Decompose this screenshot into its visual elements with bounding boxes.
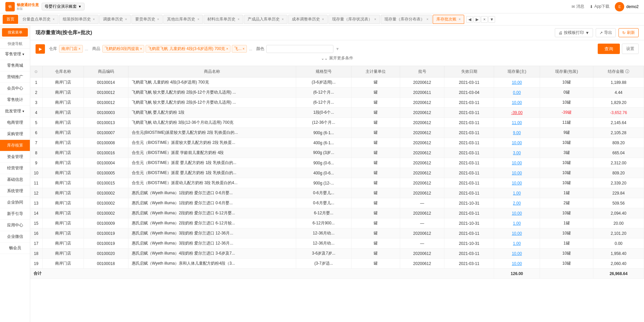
cell-qty[interactable]: 0.00 xyxy=(494,88,540,98)
cell-unit: 罐 xyxy=(351,178,400,188)
tab-home[interactable]: 首页 xyxy=(3,15,18,24)
remove-warehouse-tag[interactable]: × xyxy=(78,47,80,51)
sidebar-item-retail-mgmt[interactable]: 零售管理 ▼ xyxy=(0,49,30,60)
cell-name: 惠氏启赋（Wyeth illuma）亲和人体儿童配方奶粉4段（3... xyxy=(128,259,296,269)
query-btn[interactable]: 查询 xyxy=(598,44,620,54)
sidebar-item-wechat[interactable]: 企业微信 xyxy=(0,231,30,243)
messages-btn[interactable]: ✉ 消息 xyxy=(572,4,584,9)
sidebar-item-marketing[interactable]: 营销推广 xyxy=(0,71,30,83)
cell-qty[interactable]: 10.00 xyxy=(494,98,540,108)
col-warehouse: 仓库名称 xyxy=(42,66,84,77)
cell-qty[interactable]: 10.00 xyxy=(494,158,540,168)
nav-right-arrow[interactable]: ▶ xyxy=(474,16,480,23)
warehouse-more[interactable]: ... xyxy=(85,47,88,51)
user-area[interactable]: E demo2 xyxy=(615,2,639,11)
sidebar-item-app-center[interactable]: 应用中心 xyxy=(0,220,30,231)
cell-qty[interactable]: 10.00 xyxy=(494,208,540,218)
expand-more-conditions[interactable]: ⌄⌄ 展开更多条件 xyxy=(36,54,639,62)
sidebar-item-purchase[interactable]: 采购管理 xyxy=(0,128,30,140)
sidebar-item-vip[interactable]: 畅会员 xyxy=(0,243,30,254)
close-icon[interactable]: × xyxy=(125,17,127,21)
cell-qty[interactable]: 2.00 xyxy=(494,198,540,208)
close-icon[interactable]: × xyxy=(197,17,199,21)
sidebar-item-wholesale[interactable]: 批发管理 ▼ xyxy=(0,106,30,117)
cell-qty[interactable]: 1.00 xyxy=(494,188,540,198)
close-icon[interactable]: × xyxy=(157,17,159,21)
cell-qty[interactable]: 10.00 xyxy=(494,168,540,178)
cell-qty[interactable]: 10.00 xyxy=(494,249,540,259)
tab-chengben[interactable]: 成本调整单历史 × xyxy=(288,15,328,24)
color-input[interactable] xyxy=(266,45,333,53)
sidebar-item-retail-stats[interactable]: 零售统计 xyxy=(0,94,30,106)
message-icon: ✉ xyxy=(572,4,575,9)
product-more[interactable]: ... xyxy=(249,47,252,51)
cell-qty[interactable]: 10.00 xyxy=(494,259,540,269)
sidebar-item-retail-shop[interactable]: 零售商城 xyxy=(0,60,30,71)
cell-expiry: 2021-03-11 xyxy=(444,188,494,198)
sidebar-item-finance[interactable]: 资金管理 xyxy=(0,151,30,163)
close-icon[interactable]: × xyxy=(282,17,284,21)
search-menu-btn[interactable]: 搜索菜单 xyxy=(2,28,28,37)
tab-selector[interactable]: 母婴行业演示账套 ▼ xyxy=(42,3,85,10)
cell-code: 00100008 xyxy=(84,138,128,148)
settings-icon[interactable]: ⚙ xyxy=(34,69,38,74)
cell-qty[interactable]: 1.00 xyxy=(494,218,540,228)
cell-amount: 1,829.20 xyxy=(593,98,644,108)
top-bar-right: ✉ 消息 ⬇ App下载 E demo2 xyxy=(572,2,639,11)
cell-batch: 20200612 xyxy=(400,158,444,168)
cell-qty[interactable]: 3.00 xyxy=(494,148,540,158)
cell-qty[interactable]: 10.00 xyxy=(494,228,540,238)
cell-expiry: 2021-03-11 xyxy=(444,168,494,178)
sidebar-item-basics[interactable]: 基础信息 xyxy=(0,174,30,185)
cell-qty[interactable]: 1.00 xyxy=(494,238,540,249)
close-icon[interactable]: × xyxy=(93,17,95,21)
cell-qty[interactable]: -39.00 xyxy=(494,108,540,118)
cell-qty-pkg: 10罐 xyxy=(540,249,593,259)
close-icon[interactable]: × xyxy=(427,17,429,21)
print-btn[interactable]: 🖨 按模板打印 ▼ xyxy=(555,28,593,37)
tab-xiancunzhuang[interactable]: 现存量（库存状况表） × xyxy=(328,15,380,24)
cell-code: 00100013 xyxy=(84,118,128,128)
table-row: 8 南岸门店 00100016 合生元（BIOSTIME）派星 学龄前儿童配方奶… xyxy=(30,148,644,158)
remove-product-tag-3[interactable]: × xyxy=(243,47,245,51)
remove-product-tag-2[interactable]: × xyxy=(226,47,228,51)
tab-qitachu[interactable]: 其他出库单历史 × xyxy=(163,15,203,24)
sidebar-item-ecommerce[interactable]: 电商管理 xyxy=(0,117,30,128)
sidebar-item-members[interactable]: 会员中心 xyxy=(0,83,30,94)
tab-fenliang[interactable]: 分量盘点单历史 × xyxy=(19,15,58,24)
close-icon[interactable]: × xyxy=(322,17,324,21)
cell-expiry: 2021-10-31 xyxy=(444,218,494,228)
close-icon[interactable]: × xyxy=(459,17,461,21)
cell-qty[interactable]: 11.00 xyxy=(494,118,540,128)
cell-qty[interactable]: 9.00 xyxy=(494,128,540,138)
tab-chancheng[interactable]: 产成品入库单历史 × xyxy=(244,15,287,24)
tab-diaob[interactable]: 调拨单历史 × xyxy=(99,15,131,24)
cell-qty[interactable]: 10.00 xyxy=(494,138,540,148)
app-download-btn[interactable]: ⬇ App下载 xyxy=(590,4,609,9)
sidebar-item-guide[interactable]: 新手引导 xyxy=(0,208,30,220)
filter-expand-btn[interactable]: ▶ xyxy=(36,44,45,54)
settings-btn[interactable]: 设置 xyxy=(622,44,639,54)
export-btn[interactable]: ↗ 导出 xyxy=(596,28,616,37)
product-tag-3: 飞... × xyxy=(232,45,247,53)
refresh-btn[interactable]: ↻ 刷新 xyxy=(619,28,639,37)
content-area: 现存量查询(按仓库+批次) 🖨 按模板打印 ▼ ↗ 导出 ↻ 刷新 xyxy=(30,25,644,322)
sidebar-item-operations[interactable]: 经营管理 xyxy=(0,163,30,174)
sidebar-item-system[interactable]: 系统管理 xyxy=(0,185,30,197)
nav-left-arrow[interactable]: ◀ xyxy=(466,16,473,23)
close-icon[interactable]: × xyxy=(53,17,55,21)
tab-cailiaochu[interactable]: 材料出库单历史 × xyxy=(204,15,243,24)
tab-zuzhuang[interactable]: 组装拆卸单历史 × xyxy=(59,15,99,24)
sidebar-item-enterprise[interactable]: 企业协同 xyxy=(0,197,30,208)
sidebar-item-inventory[interactable]: 库存核算 xyxy=(0,140,30,151)
close-icon[interactable]: × xyxy=(237,17,239,21)
cell-qty[interactable]: 10.00 xyxy=(494,77,540,88)
nav-close-arrow[interactable]: × xyxy=(481,16,488,23)
tab-xiancunfen[interactable]: 现存量（库存分布表） × xyxy=(381,15,432,24)
close-icon[interactable]: × xyxy=(374,17,376,21)
tab-kucunpici[interactable]: 库存批次账 × xyxy=(433,15,464,24)
nav-menu-arrow[interactable]: ▼ xyxy=(488,16,495,23)
tab-yaohuo[interactable]: 要货单历史 × xyxy=(131,15,163,24)
remove-product-tag-1[interactable]: × xyxy=(140,47,142,51)
cell-qty[interactable]: 10.00 xyxy=(494,178,540,188)
